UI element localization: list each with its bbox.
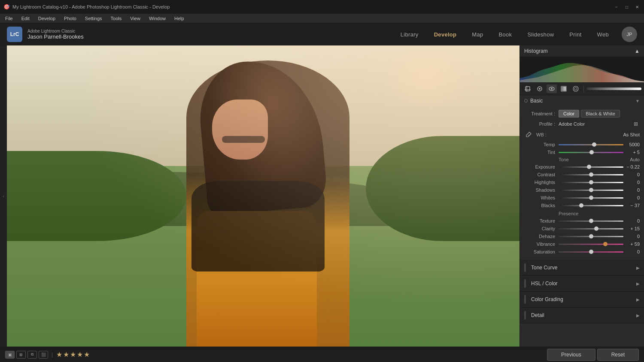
minimize-button[interactable]: − (613, 3, 620, 10)
dehaze-slider[interactable] (559, 233, 623, 239)
hsl-arrow[interactable]: ▶ (636, 281, 640, 286)
single-view-icon[interactable]: ▣ (5, 351, 15, 359)
star-1[interactable]: ★ (56, 350, 62, 359)
linear-gradient-icon[interactable] (559, 84, 569, 93)
vibrance-thumb[interactable] (603, 242, 608, 246)
profile-grid-icon[interactable]: ⊞ (632, 120, 640, 128)
tint-thumb[interactable] (589, 150, 594, 154)
wb-value[interactable]: As Shot (623, 132, 640, 137)
tone-slider-icon[interactable] (586, 87, 641, 90)
color-grading-arrow[interactable]: ▶ (636, 297, 640, 302)
color-grading-panel-left: Color Grading (524, 295, 563, 304)
profile-value[interactable]: Adobe Color (559, 121, 632, 127)
eyedropper-tool[interactable] (524, 130, 533, 139)
whites-slider[interactable] (559, 195, 623, 201)
whites-thumb[interactable] (589, 196, 593, 200)
histogram-header: Histogram ▲ (520, 45, 644, 57)
nav-library[interactable]: Library (393, 28, 426, 41)
temp-thumb[interactable] (592, 142, 596, 147)
svg-rect-8 (562, 87, 566, 91)
nav-slideshow[interactable]: Slideshow (519, 28, 562, 41)
radial-gradient-icon[interactable] (571, 84, 581, 93)
menu-file[interactable]: File (3, 15, 15, 22)
contrast-slider[interactable] (559, 172, 623, 178)
tone-auto-btn[interactable]: Auto (630, 157, 640, 162)
redeye-icon[interactable] (547, 84, 557, 93)
detail-panel[interactable]: Detail ▶ (520, 308, 644, 323)
nav-web[interactable]: Web (589, 28, 617, 41)
dehaze-thumb[interactable] (589, 234, 593, 238)
menu-view[interactable]: View (128, 15, 142, 22)
nav-print[interactable]: Print (562, 28, 589, 41)
star-2[interactable]: ★ (63, 350, 69, 359)
texture-slider[interactable] (559, 218, 623, 224)
svg-point-9 (573, 86, 578, 91)
menu-develop[interactable]: Develop (36, 15, 57, 22)
tone-curve-arrow[interactable]: ▶ (636, 265, 640, 270)
star-3[interactable]: ★ (70, 350, 76, 359)
menu-photo[interactable]: Photo (62, 15, 78, 22)
close-button[interactable]: ✕ (634, 3, 641, 10)
compare-view-icon[interactable]: ⧉ (27, 351, 37, 359)
panel-enable-toggle[interactable] (524, 99, 528, 103)
crop-tool-icon[interactable] (522, 84, 533, 93)
saturation-thumb[interactable] (589, 250, 593, 254)
saturation-value: 0 (623, 249, 640, 254)
shadows-thumb[interactable] (589, 188, 593, 192)
clarity-slider[interactable] (559, 226, 623, 232)
nav-book[interactable]: Book (491, 28, 520, 41)
star-4[interactable]: ★ (77, 350, 83, 359)
blacks-thumb[interactable] (579, 203, 583, 208)
menu-window[interactable]: Window (147, 15, 167, 22)
vibrance-slider[interactable] (559, 241, 623, 247)
basic-panel-header[interactable]: Basic ▼ (520, 95, 644, 106)
temp-track (559, 144, 623, 145)
star-5[interactable]: ★ (84, 350, 90, 359)
maximize-button[interactable]: □ (623, 3, 630, 10)
tint-slider[interactable] (559, 149, 623, 155)
spot-removal-icon[interactable] (535, 84, 545, 93)
svg-point-6 (551, 88, 553, 90)
vibrance-row: Vibrance + 59 (524, 241, 640, 247)
texture-thumb[interactable] (589, 219, 593, 223)
highlights-thumb[interactable] (589, 180, 593, 184)
blacks-slider[interactable] (559, 202, 623, 208)
hsl-indicator (524, 279, 526, 288)
highlights-slider[interactable] (559, 179, 623, 185)
texture-row: Texture 0 (524, 218, 640, 224)
exposure-slider[interactable] (559, 164, 623, 170)
filmstrip-left-panel[interactable]: ‹ (0, 45, 7, 347)
temp-slider[interactable] (559, 142, 623, 148)
treatment-color-btn[interactable]: Color (559, 110, 579, 118)
menu-settings[interactable]: Settings (83, 15, 104, 22)
shadows-label: Shadows (524, 187, 559, 193)
histogram-title: Histogram (524, 48, 548, 54)
color-grading-panel[interactable]: Color Grading ▶ (520, 292, 644, 308)
exposure-thumb[interactable] (587, 165, 591, 169)
contrast-thumb[interactable] (589, 172, 593, 177)
reset-button[interactable]: Reset (597, 349, 639, 361)
treatment-bw-btn[interactable]: Black & White (581, 110, 620, 118)
nav-map[interactable]: Map (464, 28, 491, 41)
previous-button[interactable]: Previous (547, 349, 595, 361)
grid-view-icon[interactable]: ⊞ (16, 351, 26, 359)
texture-track (559, 220, 623, 222)
basic-collapse-arrow[interactable]: ▼ (635, 99, 640, 103)
menu-edit[interactable]: Edit (20, 15, 31, 22)
menu-help[interactable]: Help (173, 15, 186, 22)
menu-tools[interactable]: Tools (109, 15, 124, 22)
hsl-panel[interactable]: HSL / Color ▶ (520, 276, 644, 292)
tone-curve-panel[interactable]: Tone Curve ▶ (520, 260, 644, 276)
nav-develop[interactable]: Develop (426, 28, 465, 41)
histogram-collapse-arrow[interactable]: ▲ (635, 48, 640, 54)
clarity-thumb[interactable] (594, 226, 598, 231)
survey-view-icon[interactable]: ⬛ (39, 351, 48, 359)
shadows-slider[interactable] (559, 187, 623, 193)
saturation-slider[interactable] (559, 249, 623, 255)
detail-arrow[interactable]: ▶ (636, 313, 640, 318)
whites-row: Whites 0 (524, 195, 640, 201)
app-name: Adobe Lightroom Classic (27, 29, 84, 33)
wb-label: WB : (533, 132, 550, 137)
tone-header-row: Tone Auto (524, 157, 640, 162)
tint-label: Tint (524, 150, 559, 155)
